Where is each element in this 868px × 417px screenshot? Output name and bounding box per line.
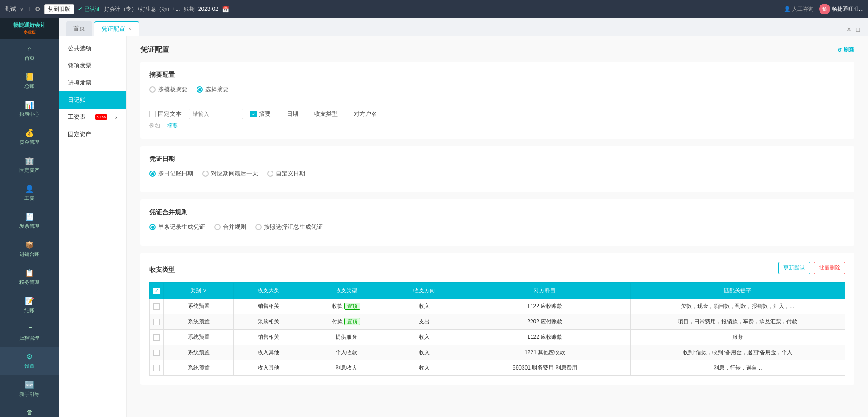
close-period-icon: 📝 — [25, 297, 34, 305]
left-menu-item-fixed-assets[interactable]: 固定资产 — [59, 126, 126, 143]
table-row: 系统预置 收入其他 利息收入 收入 660301 财务费用 利息费用 利息，行转… — [150, 360, 845, 376]
sidebar-item-label: 发票管理 — [19, 223, 39, 230]
radio-circle-aggregate — [255, 224, 262, 230]
td-type: 收款 置顶 — [303, 299, 389, 314]
chevron-right-icon: › — [115, 114, 117, 121]
left-menu: 公共选项 销项发票 进项发票 日记账 工资表 NEW › 固定资产 — [59, 36, 127, 417]
sidebar-item-assets[interactable]: 🏢 固定资产 — [0, 151, 59, 179]
fixed-text-input[interactable] — [189, 109, 243, 119]
income-expense-section: 收支类型 更新默认 批量删除 ✓ 类别 ∨ — [140, 253, 854, 385]
sidebar: 畅捷通好会计专业版 ⌂ 首页 📒 总账 📊 报表中心 💰 资金管理 🏢 固定资产… — [0, 18, 59, 417]
sidebar-item-label: 首页 — [24, 55, 34, 62]
th-account: 对方科目 — [459, 283, 631, 299]
new-badge: NEW — [95, 114, 107, 120]
table-row: 系统预置 采购相关 付款 置顶 支出 2202 应付账款 项目，日常费用，报销款… — [150, 314, 845, 330]
td-checkbox[interactable] — [150, 314, 164, 330]
td-account: 2202 应付账款 — [459, 314, 631, 330]
sidebar-item-label: 总账 — [24, 83, 34, 90]
th-category: 类别 ∨ — [164, 283, 234, 299]
left-menu-item-payroll[interactable]: 工资表 NEW › — [59, 109, 126, 126]
switch-version-button[interactable]: 切到旧版 — [44, 4, 74, 14]
checkbox-date-box — [278, 111, 284, 117]
calendar-icon[interactable]: 📅 — [222, 6, 229, 13]
sidebar-item-payroll[interactable]: 👤 工资 — [0, 179, 59, 207]
td-checkbox[interactable] — [150, 360, 164, 376]
left-menu-item-sales-invoice[interactable]: 销项发票 — [59, 57, 126, 74]
tab-voucher-config[interactable]: 凭证配置 ✕ — [94, 21, 139, 36]
td-category: 系统预置 — [164, 345, 234, 360]
sidebar-item-reports[interactable]: 📊 报表中心 — [0, 95, 59, 123]
sidebar-item-inventory[interactable]: 📦 进销台账 — [0, 235, 59, 263]
td-keywords: 利息，行转，诶自... — [630, 360, 845, 376]
service-label[interactable]: 👤 人工咨询 — [784, 5, 814, 13]
gear-icon[interactable]: ⚙ — [35, 5, 41, 13]
add-icon[interactable]: + — [27, 5, 31, 13]
radio-single-label: 单条记录生成凭证 — [158, 223, 205, 231]
fixed-text-label: 固定文本 — [158, 110, 182, 118]
radio-circle-template — [149, 86, 156, 93]
expand-window-icon[interactable]: ⊡ — [855, 26, 861, 33]
sidebar-item-home[interactable]: ⌂ 首页 — [0, 39, 59, 67]
sidebar-item-settings[interactable]: ⚙ 设置 — [0, 347, 59, 375]
checkbox-counterpart-label: 对方户名 — [354, 110, 377, 118]
radio-period-last-day[interactable]: 对应期间最后一天 — [202, 170, 258, 178]
td-checkbox[interactable] — [150, 330, 164, 345]
sidebar-item-member[interactable]: ♛ 畅会员 — [0, 403, 59, 417]
radio-template-summary[interactable]: 按模板摘要 — [149, 85, 187, 94]
update-default-button[interactable]: 更新默认 — [778, 262, 810, 274]
ledger-icon: 📒 — [25, 72, 34, 81]
voucher-date-title: 凭证日期 — [149, 155, 845, 163]
sidebar-item-guide[interactable]: 🆕 新手引导 — [0, 375, 59, 403]
left-menu-item-journal[interactable]: 日记账 — [59, 91, 126, 109]
th-checkbox[interactable]: ✓ — [150, 283, 164, 299]
tab-close-icon[interactable]: ✕ — [128, 26, 132, 32]
refresh-button[interactable]: ↺ 刷新 — [837, 46, 854, 54]
tab-home[interactable]: 首页 — [66, 21, 92, 36]
sidebar-item-tax[interactable]: 📋 税务管理 — [0, 263, 59, 291]
td-direction: 支出 — [389, 314, 459, 330]
td-checkbox[interactable] — [150, 345, 164, 360]
radio-circle-custom — [267, 171, 273, 177]
main-layout: 畅捷通好会计专业版 ⌂ 首页 📒 总账 📊 报表中心 💰 资金管理 🏢 固定资产… — [0, 18, 868, 417]
extra-text: 好会计（专）+好生意（标）+... — [104, 5, 180, 13]
radio-single-record[interactable]: 单条记录生成凭证 — [149, 223, 205, 231]
checkbox-type[interactable]: 收支类型 — [306, 110, 338, 118]
checkbox-fixed-text[interactable]: 固定文本 — [149, 110, 182, 118]
chevron-icon[interactable]: ∨ — [20, 6, 24, 12]
sidebar-item-label: 新手引导 — [19, 391, 39, 398]
sidebar-item-label: 资金管理 — [19, 139, 39, 146]
td-direction: 收入 — [389, 299, 459, 314]
checkbox-summary-box: ✓ — [250, 111, 257, 117]
radio-circle-period — [202, 171, 209, 177]
checkbox-summary[interactable]: ✓ 摘要 — [250, 110, 271, 118]
sidebar-item-label: 结账 — [24, 307, 34, 314]
sidebar-item-archive[interactable]: 🗂 归档管理 — [0, 319, 59, 347]
user-area[interactable]: 畅 畅捷通旺旺... — [819, 4, 863, 14]
checkbox-counterpart[interactable]: 对方户名 — [345, 110, 377, 118]
left-menu-item-public[interactable]: 公共选项 — [59, 40, 126, 57]
sidebar-item-label: 进销台账 — [19, 251, 39, 258]
radio-dot-select — [198, 88, 201, 91]
radio-custom-date[interactable]: 自定义日期 — [267, 170, 305, 178]
batch-delete-button[interactable]: 批量删除 — [814, 262, 845, 274]
logo-text: 畅捷通好会计专业版 — [13, 22, 46, 36]
radio-select-summary[interactable]: 选择摘要 — [197, 85, 229, 94]
close-window-icon[interactable]: ✕ — [846, 26, 852, 33]
td-checkbox[interactable] — [150, 299, 164, 314]
left-menu-payroll-label: 工资表 — [68, 113, 86, 121]
top-badge[interactable]: 置顶 — [344, 318, 360, 325]
certified-badge: ✔ 已认证 — [78, 5, 100, 13]
sidebar-item-invoice[interactable]: 🧾 发票管理 — [0, 207, 59, 235]
left-menu-item-purchase-invoice[interactable]: 进项发票 — [59, 74, 126, 91]
top-badge[interactable]: 置顶 — [344, 303, 360, 310]
td-keywords: 欠款，现金，项目款，到款，报销款，汇入，... — [630, 299, 845, 314]
radio-label-template: 按模板摘要 — [158, 85, 187, 94]
radio-journal-date[interactable]: 按日记账日期 — [149, 170, 193, 178]
radio-aggregate[interactable]: 按照选择汇总生成凭证 — [255, 223, 323, 231]
td-category: 系统预置 — [164, 314, 234, 330]
sidebar-item-close[interactable]: 📝 结账 — [0, 291, 59, 319]
checkbox-date[interactable]: 日期 — [278, 110, 298, 118]
sidebar-item-finance[interactable]: 💰 资金管理 — [0, 123, 59, 151]
sidebar-item-ledger[interactable]: 📒 总账 — [0, 67, 59, 95]
radio-merge-rules[interactable]: 合并规则 — [214, 223, 246, 231]
